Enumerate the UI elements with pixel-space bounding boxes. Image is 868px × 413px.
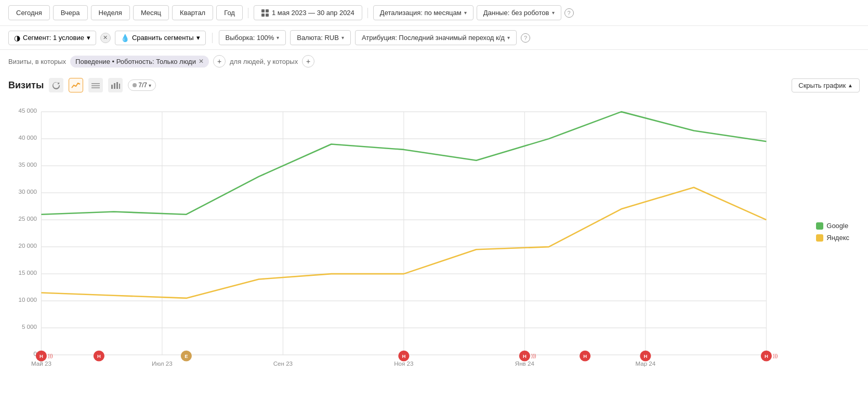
svg-text:5 000: 5 000 [22,324,37,330]
toolbar-row-2: ◑ Сегмент: 1 условие ▾ ✕ 💧 Сравнить сегм… [0,26,868,50]
currency-button[interactable]: Валюта: RUB ▾ [290,30,351,45]
sample-button[interactable]: Выборка: 100% ▾ [219,30,286,45]
grid-icon [261,9,269,17]
hide-graph-chevron-icon: ▲ [848,83,853,88]
date-range-label: 1 мая 2023 — 30 апр 2024 [272,9,354,17]
info-icon-2[interactable]: ? [521,33,530,43]
line-chart-icon [71,82,81,89]
compare-label: Сравнить сегменты [132,34,194,42]
svg-text:Н: Н [765,353,768,359]
attribution-button[interactable]: Атрибуция: Последний значимый переход к/… [355,30,517,45]
bar-chart-icon [111,82,120,89]
svg-text:25 000: 25 000 [18,216,37,222]
currency-label: Валюта: RUB [297,34,339,42]
svg-text:40 000: 40 000 [18,135,37,141]
svg-text:Н: Н [402,353,405,359]
chart-container: 45 000 40 000 35 000 30 000 25 000 20 00… [8,97,860,367]
svg-rect-6 [119,84,120,89]
divider-3 [212,33,213,43]
svg-text:Мар 24: Мар 24 [635,361,655,367]
svg-text:Н: Н [97,353,101,359]
sample-label: Выборка: 100% [226,34,274,42]
svg-text:))): ))) [531,353,536,358]
divider-1 [248,8,248,18]
data-button[interactable]: Данные: без роботов ▾ [477,5,561,20]
period-yesterday[interactable]: Вчера [53,5,88,20]
legend-yandex-color [816,234,823,242]
legend-google-color [816,222,823,230]
divider-2 [367,8,368,18]
period-year[interactable]: Год [216,5,243,20]
chart-title: Визиты [8,80,44,91]
svg-text:Н: Н [523,353,527,359]
svg-text:15 000: 15 000 [18,270,37,276]
compare-chevron-icon: ▾ [196,34,200,42]
line-chart-icon-button[interactable] [69,78,83,92]
bar-chart-icon-button[interactable] [108,78,123,92]
svg-rect-5 [116,82,118,89]
filter-tag: Поведение • Роботность: Только люди ✕ [70,56,209,68]
detalization-label: Детализация: по месяцам [380,9,462,17]
legend-yandex-label: Яндекс [826,234,849,242]
period-week[interactable]: Неделя [91,5,130,20]
legend-yandex[interactable]: Яндекс [816,234,849,242]
svg-text:Сен 23: Сен 23 [273,361,293,367]
data-label: Данные: без роботов [483,9,549,17]
currency-chevron-icon: ▾ [341,35,344,41]
svg-text:Н: Н [583,353,587,359]
add-person-condition-button[interactable]: + [302,55,314,68]
segment-chevron-icon: ▾ [87,34,90,42]
filter-prefix: Визиты, в которых [8,58,66,65]
compare-icon: 💧 [121,34,129,42]
legend-google-label: Google [826,222,848,230]
segment-pie-icon: ◑ [14,34,20,42]
chart-section: Визиты [0,73,868,367]
toolbar-row-1: Сегодня Вчера Неделя Месяц Квартал Год 1… [0,0,868,26]
segment-button[interactable]: ◑ Сегмент: 1 условие ▾ [8,31,96,45]
hide-graph-button[interactable]: Скрыть график ▲ [792,78,860,92]
sample-chevron-icon: ▾ [277,35,279,41]
svg-text:10 000: 10 000 [18,297,37,303]
counter-chevron-icon: ▾ [149,83,151,88]
reload-icon-button[interactable] [49,78,63,92]
stacked-chart-icon [91,82,100,89]
period-quarter[interactable]: Квартал [172,5,213,20]
svg-text:Н: Н [40,353,43,359]
filter-tag-text: Поведение • Роботность: Только люди [75,58,196,65]
stacked-chart-icon-button[interactable] [88,78,103,92]
add-condition-button[interactable]: + [213,55,226,68]
filter-middle: для людей, у которых [230,58,298,65]
detalization-button[interactable]: Детализация: по месяцам ▾ [373,5,474,20]
filter-row: Визиты, в которых Поведение • Роботность… [0,50,868,73]
attribution-label: Атрибуция: Последний значимый переход к/… [362,34,505,42]
svg-text:Е: Е [185,353,188,359]
svg-text:Июл 23: Июл 23 [152,361,173,367]
counter-badge[interactable]: 7/7 ▾ [128,79,156,91]
svg-text:Янв 24: Янв 24 [515,361,535,367]
reload-icon [52,81,60,89]
segment-close-button[interactable]: ✕ [100,33,111,43]
svg-rect-3 [111,85,113,89]
info-icon[interactable]: ? [564,8,574,18]
chevron-down-icon-2: ▾ [552,10,555,16]
date-range-button[interactable]: 1 мая 2023 — 30 апр 2024 [254,5,362,20]
svg-text:Май 23: Май 23 [31,361,51,367]
legend-google[interactable]: Google [816,222,849,230]
attribution-chevron-icon: ▾ [507,35,510,41]
chevron-down-icon: ▾ [464,10,467,16]
period-today[interactable]: Сегодня [8,5,50,20]
svg-text:35 000: 35 000 [18,162,37,168]
svg-text:Н: Н [643,353,647,359]
svg-text:30 000: 30 000 [18,189,37,195]
filter-tag-close-icon[interactable]: ✕ [199,58,204,65]
counter-label: 7/7 [138,82,147,89]
period-month[interactable]: Месяц [133,5,169,20]
segment-label: Сегмент: 1 условие [23,34,84,42]
chart-header: Визиты [8,78,860,92]
chart-legend: Google Яндекс [816,222,849,242]
hide-graph-label: Скрыть график [798,82,846,89]
svg-rect-4 [114,83,115,89]
svg-text:))): ))) [48,353,52,358]
svg-text:45 000: 45 000 [18,108,37,114]
compare-button[interactable]: 💧 Сравнить сегменты ▾ [115,31,206,45]
